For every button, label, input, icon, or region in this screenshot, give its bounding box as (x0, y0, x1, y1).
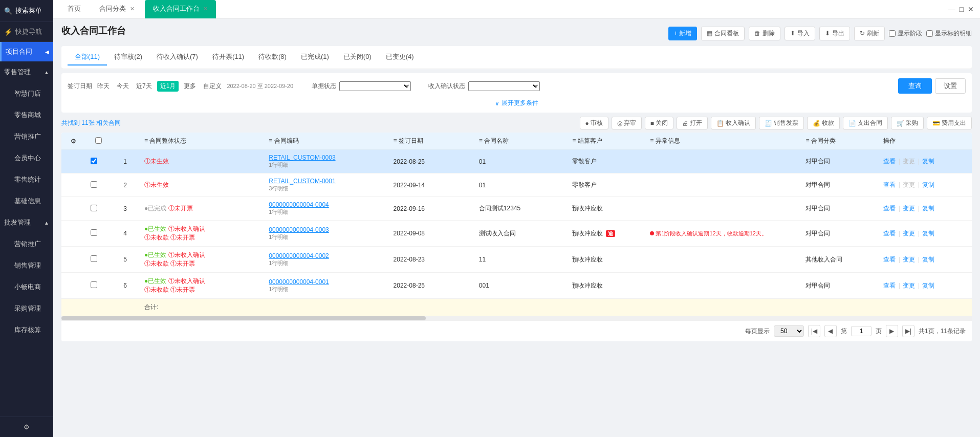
row2-copy[interactable]: 复制 (922, 181, 934, 188)
date-last1month[interactable]: 近1月 (157, 81, 179, 92)
filter-tab-pending-payment[interactable]: 待收款(8) (251, 49, 294, 65)
minimize-icon[interactable]: — (948, 5, 955, 13)
page-size-select[interactable]: 50 20 100 (774, 325, 804, 337)
row2-view[interactable]: 查看 (883, 181, 896, 188)
sidebar-item-inventory[interactable]: 库存核算 (0, 319, 53, 341)
prev-page-button[interactable]: ◀ (824, 325, 837, 337)
scrollbar-thumb[interactable] (61, 316, 426, 320)
sidebar-settings[interactable]: ⚙ (0, 417, 53, 437)
col-code-header[interactable]: ≡ 合同编码 (264, 133, 388, 150)
row3-view[interactable]: 查看 (883, 205, 896, 212)
last-page-button[interactable]: ▶| (902, 325, 914, 337)
row5-check[interactable] (85, 247, 111, 273)
maximize-icon[interactable]: □ (960, 5, 964, 13)
horizontal-scrollbar[interactable] (61, 316, 972, 320)
row5-copy[interactable]: 复制 (922, 256, 934, 263)
set-button[interactable]: 设置 (935, 78, 966, 94)
sidebar-item-retail-mgmt[interactable]: 零售管理 ▲ (0, 61, 53, 83)
row6-change[interactable]: 变更 (903, 282, 915, 289)
expense-button[interactable]: 💳 费用支出 (927, 117, 972, 129)
row6-view[interactable]: 查看 (883, 282, 896, 289)
first-page-button[interactable]: |◀ (808, 325, 820, 337)
sales-invoice-button[interactable]: 🧾 销售发票 (759, 117, 804, 129)
row2-code-link[interactable]: RETAIL_CUSTOM-0001 (269, 178, 335, 185)
col-check[interactable] (85, 133, 111, 150)
sidebar-item-member[interactable]: 会员中心 (0, 147, 53, 169)
next-page-button[interactable]: ▶ (886, 325, 898, 337)
filter-tab-changed[interactable]: 已变更(4) (379, 49, 421, 65)
income-confirm-select[interactable] (468, 81, 540, 91)
refresh-button[interactable]: ↻ 刷新 (854, 27, 885, 40)
col-settings[interactable]: ⚙ (61, 133, 85, 150)
page-number-input[interactable] (851, 326, 872, 336)
filter-tab-completed[interactable]: 已完成(1) (294, 49, 336, 65)
sidebar-search[interactable]: 🔍 搜索菜单 (0, 0, 53, 22)
row5-code-link[interactable]: 0000000000004-0002 (269, 252, 329, 259)
row1-change[interactable]: 变更 (903, 158, 915, 165)
abandon-button[interactable]: ◎ 弃审 (612, 117, 642, 129)
row1-code-link[interactable]: RETAIL_CUSTOM-0003 (269, 154, 335, 161)
filter-tab-pending-confirm[interactable]: 待收入确认(7) (149, 49, 205, 65)
row1-copy[interactable]: 复制 (922, 158, 934, 165)
row3-change[interactable]: 变更 (903, 205, 915, 212)
row2-check[interactable] (85, 173, 111, 197)
sidebar-nav[interactable]: ⚡ 快捷导航 (0, 22, 53, 42)
print-button[interactable]: 🖨 打开 (677, 117, 708, 129)
sidebar-item-retail-mall[interactable]: 零售商城 (0, 104, 53, 126)
date-custom[interactable]: 自定义 (201, 81, 224, 92)
row4-check[interactable] (85, 221, 111, 247)
row3-copy[interactable]: 复制 (922, 205, 934, 212)
audit-button[interactable]: ● 审核 (580, 117, 608, 129)
date-more[interactable]: 更多 (182, 81, 198, 92)
row5-change[interactable]: 变更 (903, 256, 915, 263)
col-abnormal-header[interactable]: ≡ 异常信息 (645, 133, 800, 150)
row5-view[interactable]: 查看 (883, 256, 896, 263)
col-date-header[interactable]: ≡ 签订日期 (388, 133, 474, 150)
col-name-header[interactable]: ≡ 合同名称 (474, 133, 567, 150)
col-customer-header[interactable]: ≡ 结算客户 (567, 133, 645, 150)
out-contract-button[interactable]: 📄 支出合同 (843, 117, 888, 129)
payment-button[interactable]: 💰 收款 (807, 117, 840, 129)
tab-income-workbench[interactable]: 收入合同工作台 ✕ (145, 0, 216, 18)
row4-copy[interactable]: 复制 (922, 230, 934, 237)
row3-code-link[interactable]: 0000000000004-0004 (269, 201, 329, 208)
row1-check[interactable] (85, 150, 111, 173)
expand-more-conditions[interactable]: ∨ 展开更多条件 (495, 99, 538, 107)
row4-change[interactable]: 变更 (903, 230, 915, 237)
close-button[interactable]: ■ 关闭 (645, 117, 673, 129)
tab-home[interactable]: 首页 (59, 0, 89, 18)
show-marked-input[interactable] (926, 30, 933, 37)
sidebar-item-xiaochangec[interactable]: 小畅电商 (0, 276, 53, 298)
filter-tab-all[interactable]: 全部(11) (68, 49, 107, 65)
contract-panel-button[interactable]: ▦ 合同看板 (701, 27, 745, 40)
row2-change[interactable]: 变更 (903, 181, 915, 188)
row1-view[interactable]: 查看 (883, 158, 896, 165)
new-button[interactable]: + 新增 (668, 27, 697, 40)
sidebar-item-wholesale[interactable]: 批发管理 ▲ (0, 212, 53, 233)
row4-view[interactable]: 查看 (883, 230, 896, 237)
sidebar-item-base-info[interactable]: 基础信息 (0, 190, 53, 212)
tab-contract-cat[interactable]: 合同分类 ✕ (91, 0, 143, 18)
sidebar-item-purchase[interactable]: 采购管理 (0, 298, 53, 319)
show-marked-checkbox[interactable]: 显示标的明细 (926, 29, 972, 38)
sidebar-item-smart-store[interactable]: 智慧门店 (0, 83, 53, 104)
row3-check[interactable] (85, 197, 111, 221)
filter-tab-pending-review[interactable]: 待审核(2) (107, 49, 149, 65)
filter-tab-closed[interactable]: 已关闭(0) (336, 49, 379, 65)
date-yesterday[interactable]: 昨天 (95, 81, 112, 92)
sidebar-item-sales-mgmt[interactable]: 销售管理 (0, 255, 53, 276)
date-today[interactable]: 今天 (115, 81, 131, 92)
purchase-button[interactable]: 🛒 采购 (891, 117, 924, 129)
show-segments-checkbox[interactable]: 显示阶段 (889, 29, 922, 38)
close-window-icon[interactable]: ✕ (968, 5, 974, 13)
row6-check[interactable] (85, 273, 111, 299)
tab-close-income-workbench[interactable]: ✕ (203, 6, 208, 12)
tab-close-contract-cat[interactable]: ✕ (130, 6, 135, 12)
row6-copy[interactable]: 复制 (922, 282, 934, 289)
doc-status-select[interactable] (339, 81, 411, 91)
row4-code-link[interactable]: 0000000000004-0003 (269, 226, 329, 233)
sidebar-item-retail-stats[interactable]: 零售统计 (0, 169, 53, 190)
row6-code-link[interactable]: 0000000000004-0001 (269, 278, 329, 286)
select-all-checkbox[interactable] (95, 137, 102, 144)
col-type-header[interactable]: ≡ 合同分类 (800, 133, 878, 150)
